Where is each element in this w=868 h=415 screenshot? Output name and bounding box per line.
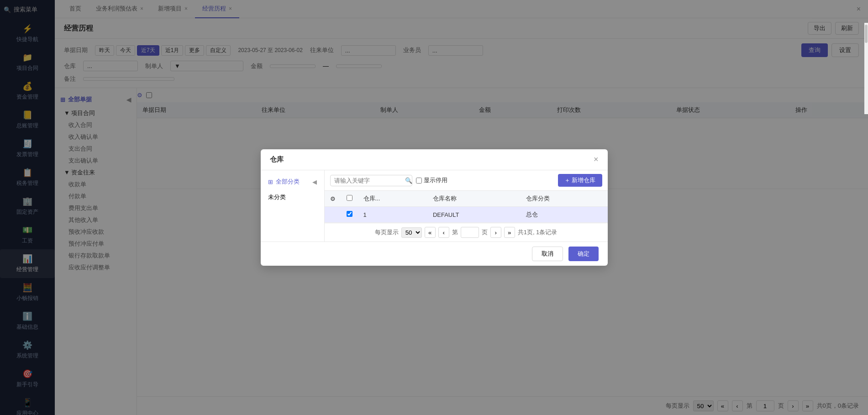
unclassified-label: 未分类 <box>268 193 286 201</box>
modal-table-area: ⚙ 仓库... 仓库名称 仓库分类 <box>325 191 608 223</box>
col-warehouse-code: 仓库... <box>358 191 427 207</box>
modal-overlay[interactable]: 仓库 × ⊞ 全部分类 ◀ 未分类 <box>0 0 868 415</box>
modal-last-page[interactable]: » <box>504 227 515 238</box>
col-warehouse-category: 仓库分类 <box>521 191 607 207</box>
modal-pagination: 每页显示 50 « ‹ 第 1 页 › » 共1页, 1条记录 <box>325 223 608 242</box>
sidebar-collapse-btn[interactable]: ◀ <box>312 179 317 185</box>
warehouse-modal: 仓库 × ⊞ 全部分类 ◀ 未分类 <box>261 149 608 266</box>
add-warehouse-button[interactable]: ＋ 新增仓库 <box>558 174 602 187</box>
modal-footer: 取消 确定 <box>261 242 608 266</box>
modal-page-input[interactable]: 1 <box>461 227 479 238</box>
row-name: 总仓 <box>521 207 607 223</box>
modal-total-info: 共1页, 1条记录 <box>518 228 558 236</box>
modal-per-page-label: 每页显示 <box>375 228 399 236</box>
modal-header: 仓库 × <box>261 149 608 170</box>
row-checkbox <box>341 207 358 223</box>
modal-category-sidebar: ⊞ 全部分类 ◀ 未分类 <box>261 170 325 242</box>
modal-main-area: 🔍 显示停用 ＋ 新增仓库 ⚙ <box>325 170 608 242</box>
modal-body: ⊞ 全部分类 ◀ 未分类 🔍 <box>261 170 608 242</box>
modal-page-num-label: 页 <box>482 228 488 236</box>
table-row[interactable]: 1 DEFAULT 总仓 <box>325 207 608 223</box>
row-settings <box>325 207 341 223</box>
modal-toolbar: 🔍 显示停用 ＋ 新增仓库 <box>325 170 608 191</box>
show-disabled-text: 显示停用 <box>424 176 447 184</box>
show-disabled-checkbox[interactable] <box>416 178 422 184</box>
modal-all-category[interactable]: ⊞ 全部分类 ◀ <box>261 174 324 189</box>
modal-prev-page[interactable]: ‹ <box>438 227 449 238</box>
modal-close-button[interactable]: × <box>594 155 599 164</box>
all-category-label: 全部分类 <box>276 178 300 186</box>
modal-first-page[interactable]: « <box>425 227 436 238</box>
confirm-button[interactable]: 确定 <box>568 247 599 261</box>
grid-small-icon: ⊞ <box>268 179 273 185</box>
col-checkbox <box>341 191 358 207</box>
show-disabled-label: 显示停用 <box>416 176 447 184</box>
row-select-checkbox[interactable] <box>347 211 352 217</box>
modal-page-size-select[interactable]: 50 <box>401 227 422 238</box>
row-id: 1 <box>358 207 427 223</box>
modal-next-page[interactable]: › <box>490 227 501 238</box>
modal-page-label: 第 <box>452 228 458 236</box>
col-warehouse-name: 仓库名称 <box>427 191 521 207</box>
row-code: DEFAULT <box>427 207 521 223</box>
modal-title: 仓库 <box>270 155 284 164</box>
col-settings: ⚙ <box>325 191 341 207</box>
modal-select-all[interactable] <box>347 195 352 201</box>
modal-warehouse-table: ⚙ 仓库... 仓库名称 仓库分类 <box>325 191 608 223</box>
modal-search-icon[interactable]: 🔍 <box>405 177 412 184</box>
add-btn-label: ＋ 新增仓库 <box>564 176 596 184</box>
modal-search-input[interactable] <box>330 175 412 186</box>
cancel-button[interactable]: 取消 <box>532 247 563 261</box>
modal-unclassified[interactable]: 未分类 <box>261 189 324 205</box>
